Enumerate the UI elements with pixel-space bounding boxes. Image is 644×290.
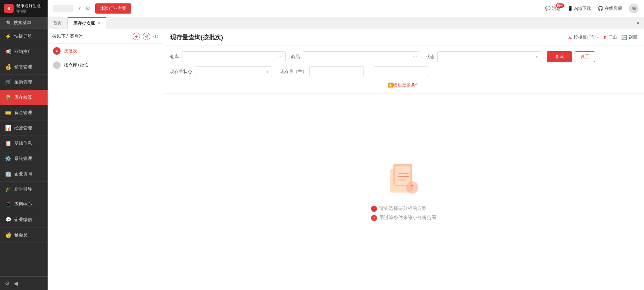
breadcrumb xyxy=(53,5,73,12)
message-icon: 💬 xyxy=(545,6,550,11)
user-name-display: Rit xyxy=(631,6,636,11)
sidebar-search[interactable]: 🔍 搜索菜单 xyxy=(0,17,48,29)
status-label: 状态 xyxy=(426,54,435,60)
online-service-btn[interactable]: 🎧 在线客服 xyxy=(598,5,622,12)
sidebar: 6 畅康通好生意 标准版 🔍 搜索菜单 ⚡ 快捷导航 📢 营销推广 💰 销售管理… xyxy=(0,0,48,290)
warehouse-dots[interactable]: ··· xyxy=(278,54,283,60)
refresh-btn[interactable]: 🔄 刷新 xyxy=(621,34,637,40)
sidebar-item-basic[interactable]: 📋 基础信息 xyxy=(0,136,48,151)
stock-qty-from-input[interactable] xyxy=(312,69,361,74)
sidebar-item-sales[interactable]: 💰 销售管理 xyxy=(0,59,48,75)
status-select[interactable]: ▾ xyxy=(437,51,541,62)
content-area: 按以下方案查询 + ⚙ ≪ ● 按批次 ○ 按仓库+批次 现存量查询(按批次) xyxy=(48,29,644,290)
page-header-actions: 🖨 按模板打印 ▾ ⬆ 导出 🔄 刷新 xyxy=(567,34,637,40)
sidebar-item-label: 新手引导 xyxy=(14,186,32,192)
print-icon: 🖨 xyxy=(567,35,572,40)
sidebar-item-label: 库存核算 xyxy=(14,94,32,101)
headset-icon: 🎧 xyxy=(598,6,603,11)
print-btn-label: 按模板打印 xyxy=(574,34,596,40)
collapse-more-btn[interactable]: 🔼 收起更多条件 xyxy=(170,80,637,90)
stock-qty-dash: — xyxy=(367,69,371,74)
filter-option-batch[interactable]: ● 按批次 xyxy=(48,44,163,58)
stock-status-select[interactable]: ▾ xyxy=(195,66,272,77)
app-version: 标准版 xyxy=(16,9,41,14)
sidebar-item-newbie[interactable]: 🎓 新手引导 xyxy=(0,182,48,197)
tip1-text: 请先选择要分析的方案 xyxy=(379,205,427,212)
stock-qty-field: 现存量（主） — xyxy=(280,66,637,77)
scheme-settings-btn[interactable]: ⚙ xyxy=(143,33,150,40)
download-icon: 📱 xyxy=(567,6,573,11)
tab-close-icon[interactable]: × xyxy=(98,21,100,26)
topbar: ▾ ⚙ 体验行业方案 💬 消息 99+ 📱 App下载 🎧 在线客服 Rit xyxy=(48,0,644,17)
sidebar-footer: ⚙ ◀ xyxy=(0,276,48,290)
megaphone-icon: 📢 xyxy=(5,48,12,55)
settings-btn[interactable]: 设置 xyxy=(575,51,595,62)
money-icon: 💰 xyxy=(5,64,12,70)
user-avatar-btn[interactable]: Rit xyxy=(629,4,639,13)
sidebar-item-inventory[interactable]: 📦 库存核算 xyxy=(0,90,48,105)
add-scheme-btn[interactable]: + xyxy=(133,33,140,40)
sidebar-item-wechat[interactable]: 💬 企业微信 xyxy=(0,212,48,228)
tab-active-label: 库存批次账 xyxy=(73,20,95,26)
topbar-right: 💬 消息 99+ 📱 App下载 🎧 在线客服 Rit xyxy=(545,4,639,13)
stock-qty-to-input[interactable] xyxy=(377,69,425,74)
app-name: 畅康通好生意 xyxy=(16,3,41,9)
messages-btn[interactable]: 💬 消息 99+ xyxy=(545,5,561,12)
export-icon: ⬆ xyxy=(603,35,607,40)
filter-row-2: 现存量状态 ▾ 现存量（主） — xyxy=(170,66,637,77)
print-btn[interactable]: 🖨 按模板打印 ▾ xyxy=(567,34,599,40)
sidebar-item-label: 快捷导航 xyxy=(14,33,32,39)
product-input[interactable] xyxy=(306,54,411,59)
sidebar-item-label: 企业协同 xyxy=(14,171,32,177)
chat-icon: 💬 xyxy=(5,216,12,223)
tab-close-btn[interactable]: × xyxy=(632,17,644,29)
main-content: 现存量查询(按批次) 🖨 按模板打印 ▾ ⬆ 导出 🔄 刷新 xyxy=(163,29,644,290)
building-icon: 🏢 xyxy=(5,170,12,177)
page-title: 现存量查询(按批次) xyxy=(170,33,567,41)
warehouse-input-wrapper: ··· xyxy=(182,51,286,62)
messages-badge: 99+ xyxy=(556,3,564,8)
sidebar-item-finance[interactable]: 💳 资金管理 xyxy=(0,105,48,121)
sidebar-item-operations[interactable]: 📊 经营管理 xyxy=(0,121,48,136)
sidebar-item-purchase[interactable]: 🛒 采购管理 xyxy=(0,75,48,90)
product-field: 商品 ··· xyxy=(291,51,420,62)
app-download-btn[interactable]: 📱 App下载 xyxy=(567,5,591,12)
filter-option-warehouse-batch[interactable]: ○ 按仓库+批次 xyxy=(48,58,163,72)
cart-icon: 🛒 xyxy=(5,79,12,86)
sidebar-item-system[interactable]: ⚙️ 系统管理 xyxy=(0,151,48,166)
product-dots[interactable]: ··· xyxy=(413,54,417,60)
sidebar-item-enterprise[interactable]: 🏢 企业协同 xyxy=(0,166,48,182)
tab-home[interactable]: 首页 xyxy=(48,17,68,29)
tab-inventory-batch[interactable]: 库存批次账 × xyxy=(68,17,106,29)
graduate-icon: 🎓 xyxy=(5,186,12,193)
footer-collapse-icon[interactable]: ◀ xyxy=(14,280,18,287)
sidebar-item-label: 资金管理 xyxy=(14,110,32,116)
sidebar-item-label: 采购管理 xyxy=(14,79,32,85)
tip2-num: 2 xyxy=(371,215,377,221)
box-icon: 📦 xyxy=(5,94,12,101)
status-chevron-icon: ▾ xyxy=(536,55,538,59)
query-btn[interactable]: 查询 xyxy=(547,51,572,62)
stock-qty-to-wrapper xyxy=(374,66,428,77)
avatar: Rit xyxy=(629,4,639,13)
breadcrumb-dropdown-icon[interactable]: ▾ xyxy=(76,5,83,12)
sidebar-item-label: 经营管理 xyxy=(14,125,32,131)
sidebar-item-member[interactable]: 👑 畅会员 xyxy=(0,228,48,243)
topbar-gear-icon[interactable]: ⚙ xyxy=(83,4,92,13)
sidebar-item-label: 基础信息 xyxy=(14,140,32,146)
export-btn[interactable]: ⬆ 导出 xyxy=(603,34,617,40)
main-area: ▾ ⚙ 体验行业方案 💬 消息 99+ 📱 App下载 🎧 在线客服 Rit xyxy=(48,0,644,290)
app-logo: 6 xyxy=(4,4,14,13)
filter-panel-collapse-icon[interactable]: ≪ xyxy=(153,34,158,39)
warehouse-input[interactable] xyxy=(185,54,277,59)
print-dropdown-icon[interactable]: ▾ xyxy=(597,36,599,39)
experience-btn[interactable]: 体验行业方案 xyxy=(95,3,131,14)
filter-panel-title: 按以下方案查询 xyxy=(52,33,133,39)
product-label: 商品 xyxy=(291,54,300,60)
sidebar-item-marketing[interactable]: 📢 营销推广 xyxy=(0,44,48,59)
sidebar-item-quick-nav[interactable]: ⚡ 快捷导航 xyxy=(0,29,48,44)
footer-settings-icon[interactable]: ⚙ xyxy=(5,280,10,287)
filter-panel-icons: + ⚙ ≪ xyxy=(133,33,158,40)
sidebar-item-apps[interactable]: 📱 应用中心 xyxy=(0,197,48,212)
refresh-icon: 🔄 xyxy=(621,35,627,40)
